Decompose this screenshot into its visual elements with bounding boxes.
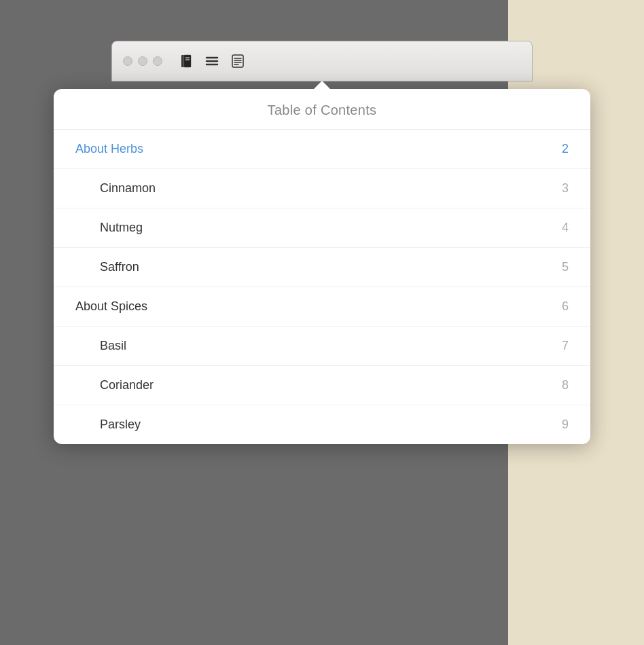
traffic-lights <box>123 56 162 66</box>
section-page-about-herbs: 2 <box>562 142 569 156</box>
item-page-nutmeg: 4 <box>562 221 569 235</box>
item-title-basil: Basil <box>100 339 126 353</box>
toc-panel: Table of Contents About Herbs 2 Cinnamon… <box>54 89 590 444</box>
section-title-about-herbs: About Herbs <box>75 142 143 156</box>
item-page-saffron: 5 <box>562 260 569 274</box>
toc-item-nutmeg[interactable]: Nutmeg 4 <box>54 208 590 248</box>
item-title-cinnamon: Cinnamon <box>100 181 156 196</box>
item-title-coriander: Coriander <box>100 378 154 392</box>
minimize-button[interactable] <box>138 56 147 66</box>
list-icon[interactable] <box>202 51 222 71</box>
item-page-cinnamon: 3 <box>562 181 569 196</box>
toc-header: Table of Contents <box>54 89 590 130</box>
svg-rect-8 <box>232 55 243 67</box>
toc-item-coriander[interactable]: Coriander 8 <box>54 366 590 405</box>
title-bar <box>111 41 533 81</box>
item-page-coriander: 8 <box>562 378 569 392</box>
item-page-parsley: 9 <box>562 418 569 432</box>
item-title-nutmeg: Nutmeg <box>100 221 143 235</box>
toc-item-saffron[interactable]: Saffron 5 <box>54 248 590 287</box>
svg-rect-2 <box>184 55 191 67</box>
toolbar-icons <box>176 51 248 71</box>
toc-item-basil[interactable]: Basil 7 <box>54 327 590 366</box>
popover-arrow <box>312 81 332 90</box>
item-title-parsley: Parsley <box>100 418 141 432</box>
toc-list: About Herbs 2 Cinnamon 3 Nutmeg 4 Saffro… <box>54 130 590 444</box>
section-title-about-spices: About Spices <box>75 299 147 314</box>
toc-item-cinnamon[interactable]: Cinnamon 3 <box>54 169 590 208</box>
toc-title: Table of Contents <box>70 103 574 118</box>
toc-section-about-herbs[interactable]: About Herbs 2 <box>54 130 590 169</box>
toc-item-parsley[interactable]: Parsley 9 <box>54 405 590 444</box>
toc-section-about-spices[interactable]: About Spices 6 <box>54 287 590 327</box>
window-container: Table of Contents About Herbs 2 Cinnamon… <box>54 41 590 444</box>
item-title-saffron: Saffron <box>100 260 139 274</box>
maximize-button[interactable] <box>153 56 162 66</box>
close-button[interactable] <box>123 56 132 66</box>
item-page-basil: 7 <box>562 339 569 353</box>
book-icon[interactable] <box>176 51 196 71</box>
document-icon[interactable] <box>228 51 248 71</box>
section-page-about-spices: 6 <box>562 299 569 314</box>
